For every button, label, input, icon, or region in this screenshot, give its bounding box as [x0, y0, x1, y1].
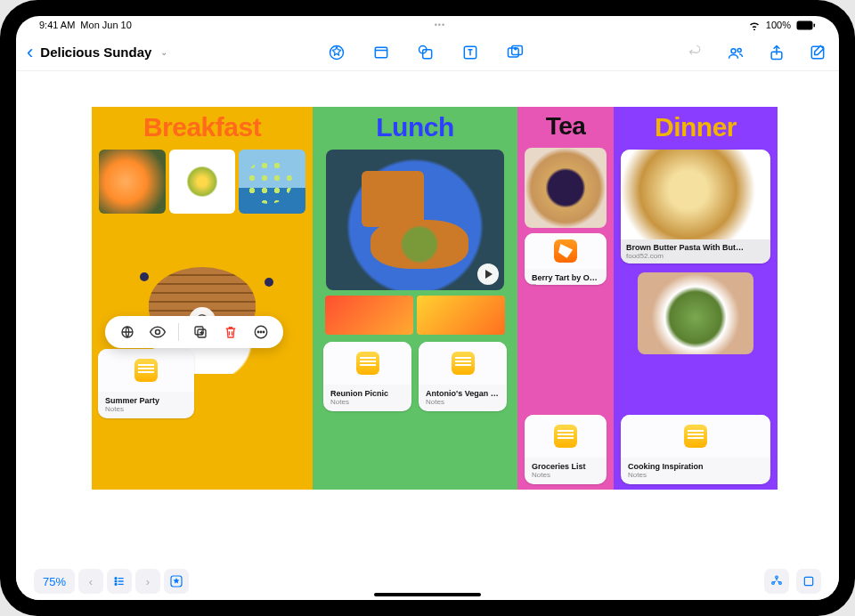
- svg-point-30: [776, 576, 778, 579]
- home-indicator[interactable]: [374, 593, 481, 596]
- zoom-level-button[interactable]: 75%: [34, 569, 75, 594]
- notes-app-icon: [452, 352, 475, 375]
- back-button[interactable]: ‹: [27, 41, 33, 64]
- board-title-chevron-icon[interactable]: ⌄: [160, 47, 167, 57]
- card-antonios-tacos[interactable]: Antonio's Vegan Tacos Notes: [419, 342, 507, 411]
- draw-tool-button[interactable]: [326, 42, 347, 63]
- app-toolbar: ‹ Delicious Sunday ⌄: [16, 34, 839, 71]
- video-tacos[interactable]: [326, 150, 504, 290]
- card-groceries[interactable]: Groceries List Notes: [525, 415, 607, 484]
- new-board-button[interactable]: [807, 42, 828, 63]
- card-title: Berry Tart by Olivia: [532, 273, 599, 282]
- screen: 9:41 AM Mon Jun 10 ••• 100% ‹ Delicious …: [16, 16, 839, 600]
- notes-app-icon: [134, 359, 158, 382]
- image-salad-bowl[interactable]: [638, 272, 753, 354]
- svg-point-11: [731, 48, 736, 53]
- notes-app-icon: [684, 425, 707, 448]
- undo-button[interactable]: [684, 42, 705, 63]
- duplicate-button[interactable]: [191, 322, 210, 342]
- ipad-frame: 9:41 AM Mon Jun 10 ••• 100% ‹ Delicious …: [0, 0, 855, 616]
- image-grapes[interactable]: [239, 150, 305, 214]
- svg-point-12: [737, 48, 741, 52]
- quicklook-button[interactable]: [148, 322, 167, 342]
- battery-icon: [796, 20, 816, 31]
- share-button[interactable]: [766, 42, 787, 63]
- card-app: Notes: [628, 471, 763, 479]
- card-app: Notes: [426, 398, 500, 406]
- svg-point-10: [515, 47, 517, 49]
- link-tool-button[interactable]: [118, 322, 137, 342]
- more-button[interactable]: [251, 322, 271, 342]
- card-reunion-picnic[interactable]: Reunion Picnic Notes: [323, 342, 411, 411]
- svg-point-25: [115, 580, 117, 582]
- card-app: Pages: [532, 282, 599, 285]
- scene-next-button[interactable]: ›: [135, 569, 160, 594]
- section-tea: Tea Berry Tart by Olivia Pages: [517, 107, 614, 490]
- status-time: 9:41 AM: [39, 20, 75, 30]
- card-pasta-link[interactable]: Brown Butter Pasta With But… food52.com: [621, 150, 770, 263]
- section-title: Lunch: [313, 112, 517, 142]
- image-salad[interactable]: [169, 150, 236, 214]
- card-source: food52.com: [626, 252, 765, 260]
- zoom-level-label: 75%: [43, 575, 66, 588]
- scene-prev-button[interactable]: ‹: [78, 569, 103, 594]
- svg-point-22: [263, 331, 265, 333]
- collaborate-button[interactable]: [725, 42, 746, 63]
- text-tool-button[interactable]: [460, 42, 481, 63]
- svg-rect-3: [376, 47, 387, 58]
- card-summer-party[interactable]: Summer Party Notes: [98, 349, 194, 418]
- shape-tool-button[interactable]: [415, 42, 436, 63]
- card-berry-tart[interactable]: Berry Tart by Olivia Pages: [525, 233, 607, 285]
- notes-app-icon: [554, 425, 577, 448]
- pages-app-icon: [554, 239, 577, 263]
- svg-point-27: [115, 583, 117, 585]
- card-title: Cooking Inspiration: [628, 462, 763, 471]
- card-app: Notes: [330, 398, 404, 406]
- section-title: Tea: [517, 112, 614, 141]
- svg-rect-1: [814, 24, 816, 28]
- card-cooking-inspiration[interactable]: Cooking Inspiration Notes: [621, 415, 770, 484]
- card-title: Groceries List: [532, 462, 599, 471]
- board-title[interactable]: Delicious Sunday: [40, 45, 151, 60]
- scenes-list-button[interactable]: [107, 569, 132, 594]
- battery-percent: 100%: [766, 20, 791, 30]
- svg-point-20: [257, 331, 259, 333]
- play-icon[interactable]: [477, 263, 499, 285]
- card-title: Reunion Picnic: [330, 389, 404, 398]
- svg-point-23: [115, 578, 117, 580]
- multitask-dots-icon[interactable]: •••: [132, 20, 748, 29]
- notes-app-icon: [356, 352, 379, 375]
- card-app: Notes: [105, 405, 187, 413]
- card-title: Antonio's Vegan Tacos: [426, 389, 500, 398]
- minimap-button[interactable]: [796, 569, 821, 594]
- image-pasta: [621, 150, 770, 239]
- svg-point-16: [156, 330, 160, 335]
- context-toolbar: [105, 316, 283, 348]
- image-fruit-2[interactable]: [417, 296, 505, 335]
- wifi-icon: [748, 20, 761, 31]
- image-berry-tart[interactable]: [525, 148, 607, 228]
- status-bar: 9:41 AM Mon Jun 10 ••• 100%: [16, 16, 839, 34]
- card-title: Brown Butter Pasta With But…: [626, 243, 765, 252]
- svg-rect-0: [797, 21, 813, 30]
- sticky-note-tool-button[interactable]: [370, 42, 392, 63]
- meal-board: Breakfast: [92, 107, 778, 490]
- image-fruit-1[interactable]: [325, 296, 413, 335]
- delete-button[interactable]: [221, 322, 240, 342]
- status-date: Mon Jun 10: [80, 20, 131, 30]
- section-title: Dinner: [614, 112, 778, 142]
- media-tool-button[interactable]: [504, 42, 525, 63]
- section-dinner: Dinner Brown Butter Pasta With But… food…: [614, 107, 778, 490]
- svg-rect-9: [512, 45, 523, 54]
- canvas[interactable]: Breakfast: [16, 71, 839, 563]
- navigator-button[interactable]: [764, 569, 789, 594]
- separator: [178, 323, 179, 341]
- section-lunch: Lunch Reunion Picni: [313, 107, 517, 490]
- favorite-scene-button[interactable]: [164, 569, 189, 594]
- image-melon[interactable]: [99, 150, 166, 214]
- svg-point-21: [260, 331, 262, 333]
- card-title: Summer Party: [105, 396, 187, 405]
- card-app: Notes: [532, 471, 599, 479]
- section-breakfast: Breakfast: [92, 107, 313, 490]
- section-title: Breakfast: [92, 112, 313, 142]
